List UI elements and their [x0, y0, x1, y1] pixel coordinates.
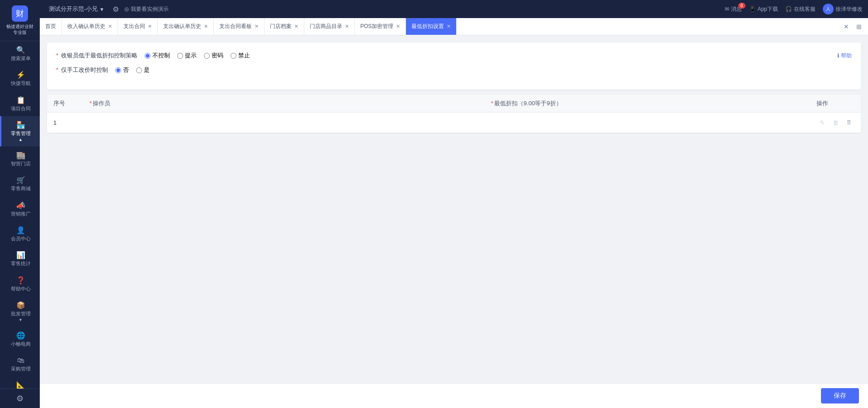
sidebar-item-smart-store[interactable]: 🏬 智营门店: [0, 146, 40, 171]
sidebar-item-retail-management[interactable]: 🏪 零售管理 ▲: [0, 116, 40, 146]
messages-action[interactable]: ✉ 消息 8: [725, 5, 742, 13]
tab-label-payment-contract: 支出合同: [123, 23, 145, 30]
sidebar-icon-help-center: ❓: [16, 276, 25, 285]
manual-price-no-option[interactable]: 否: [115, 66, 129, 74]
policy-required-mark: *: [56, 52, 58, 59]
sidebar-item-inventory[interactable]: 📐 库存核算: [0, 376, 40, 389]
col-action-header: 操作: [810, 95, 861, 113]
tab-label-pos-password-management: POS加密管理: [360, 23, 393, 30]
top-settings-icon[interactable]: ⚙: [113, 5, 119, 14]
tab-close-store-archive[interactable]: ✕: [294, 23, 298, 29]
tab-close-min-discount-settings[interactable]: ✕: [447, 23, 451, 29]
sidebar-item-quick-nav[interactable]: ⚡ 快捷导航: [0, 66, 40, 91]
main-area: 测试分开示范-小兄 ▾ ⚙ ◎ 我要看实例演示 ✉ 消息 8 📱 App下载 🎧…: [40, 0, 868, 408]
app-name: 畅捷通好业财 专业版: [6, 23, 33, 35]
messages-icon: ✉: [725, 6, 729, 12]
sidebar-item-member-center[interactable]: 👤 会员中心: [0, 221, 40, 246]
policy-password-label: 密码: [212, 52, 223, 60]
manual-price-yes-label: 是: [144, 66, 150, 74]
tab-close-payment-confirm-history[interactable]: ✕: [204, 23, 208, 29]
sidebar-item-project-contract[interactable]: 📋 项目合同: [0, 91, 40, 116]
user-info[interactable]: 人 徐泽华修改: [823, 4, 863, 14]
table-scroll[interactable]: 序号 *操作员 *最低折扣（9.00等于9折） 操作 1: [47, 95, 861, 133]
sidebar-label-member-center: 会员中心: [11, 235, 31, 242]
app-logo: 财 畅捷通好业财 专业版: [0, 0, 40, 41]
manual-price-no-radio[interactable]: [115, 67, 121, 73]
policy-password-option[interactable]: 密码: [204, 52, 223, 60]
sidebar-label-ecommerce: 小畅电商: [11, 341, 31, 347]
tab-store-product-catalog[interactable]: 门店商品目录✕: [304, 18, 355, 35]
col-operator-header: *操作员: [83, 95, 485, 113]
app-download-action[interactable]: 📱 App下载: [749, 5, 778, 13]
tab-income-confirm-history[interactable]: 收入确认单历史✕: [62, 18, 118, 35]
tab-close-pos-password-management[interactable]: ✕: [396, 23, 400, 29]
table-row: 1 ✎ 🗑 ⠿: [47, 113, 861, 133]
tab-close-payment-contract[interactable]: ✕: [148, 23, 152, 29]
policy-forbid-option[interactable]: 禁止: [231, 52, 250, 60]
sidebar-arrow-batch-management: ▼: [19, 318, 23, 322]
dropdown-icon: ▾: [100, 6, 104, 13]
tab-payment-contract-board[interactable]: 支出合同看板✕: [214, 18, 264, 35]
help-icon: ℹ: [837, 52, 840, 59]
tab-payment-contract[interactable]: 支出合同✕: [118, 18, 158, 35]
tab-close-payment-contract-board[interactable]: ✕: [255, 23, 259, 29]
save-button[interactable]: 保存: [821, 388, 859, 403]
sidebar-icon-marketing: 📣: [16, 201, 25, 210]
logo-icon: 财: [12, 5, 28, 22]
manual-price-yes-option[interactable]: 是: [136, 66, 150, 74]
manual-price-label: * 仅手工改价时控制: [56, 66, 108, 74]
col-discount-header: *最低折扣（9.00等于9折）: [485, 95, 810, 113]
cell-action: ✎ 🗑 ⠿: [810, 113, 861, 133]
sidebar-item-ecommerce[interactable]: 🌐 小畅电商: [0, 327, 40, 352]
drag-icon[interactable]: ⠿: [844, 117, 854, 128]
online-service-action[interactable]: 🎧 在线客服: [785, 5, 816, 13]
top-bar: 测试分开示范-小兄 ▾ ⚙ ◎ 我要看实例演示 ✉ 消息 8 📱 App下载 🎧…: [40, 0, 868, 18]
policy-prompt-option[interactable]: 提示: [177, 52, 197, 60]
manual-price-yes-radio[interactable]: [136, 67, 142, 73]
form-card: * 收银员低于最低折扣控制策略 不控制 提示 密码: [47, 42, 861, 89]
tab-bar: 首页收入确认单历史✕支出合同✕支出确认单历史✕支出合同看板✕门店档案✕门店商品目…: [40, 18, 868, 35]
online-service-label: 在线客服: [794, 5, 816, 13]
sidebar-arrow-retail-management: ▲: [19, 137, 23, 142]
bottom-bar: 保存: [40, 383, 868, 408]
sidebar-label-help-center: 帮助中心: [11, 286, 31, 292]
sidebar-label-marketing: 营销推广: [11, 211, 31, 217]
edit-icon[interactable]: ✎: [816, 117, 827, 128]
sidebar-item-search[interactable]: 🔍 搜索菜单: [0, 41, 40, 66]
tab-payment-confirm-history[interactable]: 支出确认单历史✕: [158, 18, 214, 35]
help-label: 帮助: [841, 52, 852, 60]
tab-close-btn[interactable]: ✕: [841, 21, 852, 32]
sidebar-item-marketing[interactable]: 📣 营销推广: [0, 197, 40, 221]
delete-icon[interactable]: 🗑: [830, 117, 841, 128]
sidebar-item-retail-stats[interactable]: 📊 零售统计: [0, 246, 40, 271]
settings-icon[interactable]: ⚙: [16, 394, 24, 403]
tab-store-archive[interactable]: 门店档案✕: [264, 18, 304, 35]
policy-no-control-option[interactable]: 不控制: [145, 52, 170, 60]
policy-password-radio[interactable]: [204, 53, 210, 59]
tab-home[interactable]: 首页: [40, 18, 62, 35]
sidebar-icon-ecommerce: 🌐: [16, 331, 25, 340]
breadcrumb-text: 测试分开示范-小兄: [49, 5, 98, 13]
cell-discount: [485, 113, 810, 133]
demo-link[interactable]: ◎ 我要看实例演示: [124, 5, 169, 13]
tab-close-income-confirm-history[interactable]: ✕: [108, 23, 112, 29]
tab-close-store-product-catalog[interactable]: ✕: [345, 23, 349, 29]
sidebar-icon-smart-store: 🏬: [16, 151, 25, 159]
demo-circle-icon: ◎: [124, 6, 129, 12]
help-link[interactable]: ℹ 帮助: [837, 52, 852, 60]
policy-prompt-label: 提示: [185, 52, 197, 60]
sidebar-item-batch-management[interactable]: 📦 批发管理 ▼: [0, 296, 40, 327]
policy-forbid-radio[interactable]: [231, 53, 236, 59]
sidebar-item-help-center[interactable]: ❓ 帮助中心: [0, 272, 40, 296]
breadcrumb-selector[interactable]: 测试分开示范-小兄 ▾: [45, 3, 107, 15]
tab-pos-password-management[interactable]: POS加密管理✕: [355, 18, 406, 35]
user-name: 徐泽华修改: [835, 5, 863, 13]
tab-maximize-btn[interactable]: ⊞: [854, 21, 864, 32]
sidebar-item-purchase-management[interactable]: 🛍 采购管理: [0, 352, 40, 376]
app-download-label: App下载: [758, 5, 778, 13]
sidebar-item-retail-mall[interactable]: 🛒 零售商城: [0, 171, 40, 196]
tab-min-discount-settings[interactable]: 最低折扣设置✕: [406, 18, 457, 35]
table-body: 1 ✎ 🗑 ⠿: [47, 113, 861, 133]
policy-no-control-radio[interactable]: [145, 53, 151, 59]
policy-prompt-radio[interactable]: [177, 53, 183, 59]
